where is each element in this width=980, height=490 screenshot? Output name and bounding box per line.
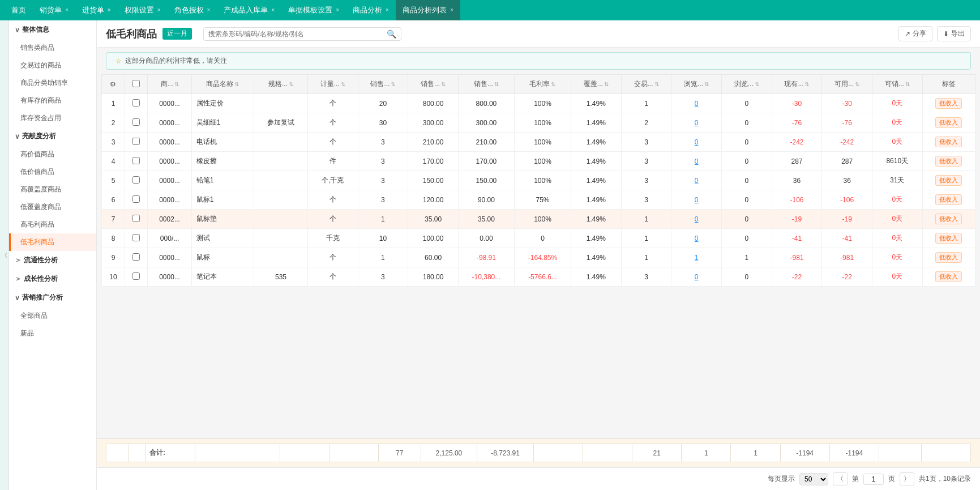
prev-page-button[interactable]: 〈 (833, 472, 848, 485)
sidebar-group-overview-header[interactable]: ∨ 整体信息 (9, 20, 96, 39)
name-column-header[interactable]: 商品名称⇅ (191, 75, 254, 94)
coverage-sort-icon[interactable]: ⇅ (604, 81, 609, 87)
row-view1[interactable]: 0 (671, 210, 722, 229)
current-sort-icon[interactable]: ⇅ (804, 81, 809, 87)
nav-product-in[interactable]: 产成品入库单 × (217, 0, 281, 20)
available-column-header[interactable]: 可用...⇅ (822, 75, 872, 94)
select-all-checkbox[interactable] (132, 80, 140, 87)
row-select-checkbox[interactable] (132, 176, 140, 184)
row-checkbox[interactable] (125, 94, 147, 113)
price-sort-icon[interactable]: ⇅ (441, 81, 446, 87)
trade-column-header[interactable]: 交易...⇅ (621, 75, 671, 94)
row-view1[interactable]: 0 (671, 113, 722, 133)
qty-sort-icon[interactable]: ⇅ (391, 81, 395, 87)
row-view1[interactable]: 0 (671, 267, 722, 287)
sidebar-item-traded-goods[interactable]: 交易过的商品 (9, 57, 96, 74)
close-goods-analysis-icon[interactable]: × (386, 0, 389, 20)
sidebar-item-in-stock[interactable]: 有库存的商品 (9, 92, 96, 109)
collapse-sidebar-button[interactable]: 《 (0, 20, 9, 490)
row-checkbox[interactable] (125, 210, 147, 229)
gross-rate-column-header[interactable]: 毛利率⇅ (514, 75, 571, 94)
row-view1[interactable]: 0 (671, 152, 722, 171)
row-view1[interactable]: 0 (671, 133, 722, 152)
nav-template-setting[interactable]: 单据模板设置 × (281, 0, 346, 20)
gross-sort-icon[interactable]: ⇅ (494, 81, 499, 87)
row-checkbox[interactable] (125, 171, 147, 190)
time-tag-button[interactable]: 近一月 (162, 28, 192, 40)
view1-sort-icon[interactable]: ⇅ (704, 81, 709, 87)
nav-goods-analysis-list[interactable]: 商品分析列表 × (396, 0, 460, 20)
nav-home[interactable]: 首页 (5, 0, 33, 20)
sidebar-group-contribution-header[interactable]: ∨ 亮献度分析 (9, 127, 96, 146)
row-checkbox[interactable] (125, 267, 147, 287)
search-icon[interactable]: 🔍 (387, 29, 396, 39)
current-column-header[interactable]: 现有...⇅ (772, 75, 822, 94)
view1-column-header[interactable]: 浏览...⇅ (671, 75, 722, 94)
close-role-icon[interactable]: × (207, 0, 211, 20)
row-select-checkbox[interactable] (132, 118, 140, 126)
row-checkbox[interactable] (125, 229, 147, 248)
close-sales-order-icon[interactable]: × (65, 0, 69, 20)
row-checkbox[interactable] (125, 248, 147, 267)
nav-purchase-order[interactable]: 进货单 × (75, 0, 118, 20)
unit-column-header[interactable]: 计量...⇅ (307, 75, 358, 94)
next-page-button[interactable]: 〉 (900, 472, 914, 485)
unit-sort-icon[interactable]: ⇅ (341, 81, 345, 87)
row-select-checkbox[interactable] (132, 234, 140, 241)
row-checkbox[interactable] (125, 133, 147, 152)
sidebar-item-category-rate[interactable]: 商品分类助销率 (9, 74, 96, 92)
row-view1[interactable]: 0 (671, 171, 722, 190)
sidebar-group-marketing-header[interactable]: ∨ 营销推广分析 (9, 288, 96, 307)
close-template-icon[interactable]: × (336, 0, 339, 20)
gross-rate-sort-icon[interactable]: ⇅ (551, 81, 555, 87)
row-view1[interactable]: 1 (671, 248, 722, 267)
sidebar-item-high-value[interactable]: 高价值商品 (9, 146, 96, 163)
export-button[interactable]: ⬇ 导出 (937, 26, 971, 41)
nav-sales-order[interactable]: 销货单 × (33, 0, 75, 20)
view2-column-header[interactable]: 浏览...⇅ (722, 75, 772, 94)
sidebar-item-low-coverage[interactable]: 低覆盖度商品 (9, 198, 96, 216)
settings-column-header[interactable]: ⚙ (102, 75, 125, 94)
available-sort-icon[interactable]: ⇅ (855, 81, 859, 87)
row-view1[interactable]: 0 (671, 229, 722, 248)
code-sort-icon[interactable]: ⇅ (174, 81, 179, 87)
close-goods-analysis-list-icon[interactable]: × (450, 0, 453, 20)
sidebar-item-stock-capital[interactable]: 库存资金占用 (9, 109, 96, 127)
checkbox-column-header[interactable] (125, 75, 147, 94)
sidebar-item-high-margin[interactable]: 高毛利商品 (9, 216, 96, 233)
coverage-column-header[interactable]: 覆盖...⇅ (571, 75, 622, 94)
sidebar-item-high-coverage[interactable]: 高覆盖度商品 (9, 181, 96, 198)
search-input[interactable] (208, 30, 387, 38)
spec-column-header[interactable]: 规格...⇅ (254, 75, 308, 94)
share-button[interactable]: ↗ 分享 (898, 26, 932, 41)
page-input[interactable] (863, 474, 884, 485)
row-select-checkbox[interactable] (132, 157, 140, 164)
sale-price-column-header[interactable]: 销售...⇅ (408, 75, 459, 94)
nav-permission-setting[interactable]: 权限设置 × (118, 0, 168, 20)
close-permission-icon[interactable]: × (157, 0, 161, 20)
spec-sort-icon[interactable]: ⇅ (289, 81, 293, 87)
sidebar-item-sales-goods[interactable]: 销售类商品 (9, 39, 96, 57)
close-purchase-order-icon[interactable]: × (108, 0, 111, 20)
sellable-column-header[interactable]: 可销...⇅ (872, 75, 922, 94)
per-page-select[interactable]: 50 100 200 (799, 473, 828, 485)
row-select-checkbox[interactable] (132, 138, 140, 145)
sidebar-group-growth-header[interactable]: ＞ 成长性分析 (9, 270, 96, 288)
nav-goods-analysis[interactable]: 商品分析 × (346, 0, 396, 20)
row-view1[interactable]: 0 (671, 94, 722, 113)
sale-qty-column-header[interactable]: 销售...⇅ (358, 75, 408, 94)
row-select-checkbox[interactable] (132, 253, 140, 261)
sidebar-group-circulation-header[interactable]: ＞ 流通性分析 (9, 251, 96, 270)
sidebar-item-new-goods[interactable]: 新品 (9, 325, 96, 342)
sidebar-item-low-value[interactable]: 低价值商品 (9, 163, 96, 181)
code-column-header[interactable]: 商...⇅ (148, 75, 191, 94)
sidebar-item-low-margin[interactable]: 低毛利商品 (9, 233, 96, 251)
sidebar-item-all-goods[interactable]: 全部商品 (9, 307, 96, 325)
sellable-sort-icon[interactable]: ⇅ (905, 81, 910, 87)
row-select-checkbox[interactable] (132, 195, 140, 203)
row-view1[interactable]: 0 (671, 190, 722, 210)
row-select-checkbox[interactable] (132, 99, 140, 106)
row-checkbox[interactable] (125, 152, 147, 171)
trade-sort-icon[interactable]: ⇅ (654, 81, 659, 87)
view2-sort-icon[interactable]: ⇅ (755, 81, 759, 87)
